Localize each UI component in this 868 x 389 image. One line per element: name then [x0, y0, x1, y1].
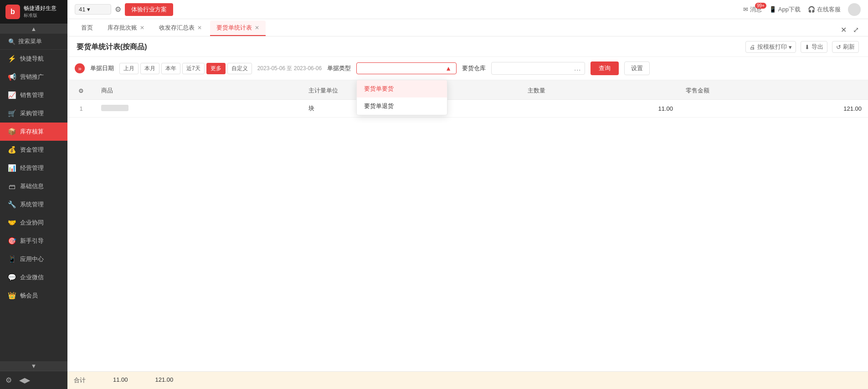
page-content: 要货单统计表(按商品) 🖨 按模板打印 ▾ ⬇ 导出 ↺ 刷新: [67, 36, 868, 389]
tabs-bar: 首页库存批次账✕收发存汇总表✕要货单统计表✕ ✕ ⤢: [67, 19, 868, 36]
tab-batch[interactable]: 库存批次账✕: [101, 20, 151, 36]
sidebar-search-label: 搜索菜单: [18, 37, 42, 46]
warehouse-input-field[interactable]: [495, 65, 572, 72]
topbar-left: 41 ▾ ⚙ 体验行业方案: [75, 3, 738, 16]
print-btn[interactable]: 🖨 按模板打印 ▾: [745, 41, 796, 53]
sidebar-item-wechat[interactable]: 💬企业微信: [0, 268, 67, 287]
marketing-icon: 📢: [7, 72, 16, 82]
table-container: ⚙ 商品 主计量单位 主数量 零售金额 1 块 11.00 121.00: [67, 82, 868, 371]
basic-icon: 🗃: [7, 182, 16, 191]
close-tab-btn[interactable]: ✕: [839, 24, 848, 36]
guide-icon: 🎯: [7, 236, 16, 246]
cell-seq: 1: [67, 100, 95, 118]
online-service-btn[interactable]: 🎧 在线客服: [808, 5, 841, 14]
export-btn[interactable]: ⬇ 导出: [801, 41, 827, 53]
message-icon: ✉: [743, 6, 748, 13]
sidebar-item-purchase[interactable]: 🛒采购管理: [0, 104, 67, 123]
print-icon: 🖨: [750, 44, 755, 51]
tabs-actions: ✕ ⤢: [839, 24, 861, 36]
sidebar-item-quick[interactable]: ⚡快捷导航: [0, 50, 67, 68]
page-header: 要货单统计表(按商品) 🖨 按模板打印 ▾ ⬇ 导出 ↺ 刷新: [67, 36, 868, 57]
sidebar-item-label-purchase: 采购管理: [20, 109, 44, 118]
type-filter-wrapper: ▲ 要货单要货要货单退货: [356, 62, 457, 74]
date-btn-up[interactable]: 上月: [119, 63, 139, 74]
sidebar-item-sales[interactable]: 📈销售管理: [0, 86, 67, 104]
tab-label-requisition: 要货单统计表: [216, 24, 252, 32]
table-header-row: ⚙ 商品 主计量单位 主数量 零售金额: [67, 82, 868, 100]
sidebar-search[interactable]: 🔍 搜索菜单: [0, 34, 67, 50]
messages-badge: 99+: [755, 3, 766, 9]
type-dropdown: 要货单要货要货单退货: [356, 80, 447, 115]
sidebar-item-system[interactable]: 🔧系统管理: [0, 195, 67, 214]
date-btn-7days[interactable]: 近7天: [182, 63, 205, 74]
collapse-icon: »: [78, 65, 81, 72]
industry-btn[interactable]: 体验行业方案: [125, 3, 173, 16]
system-icon: 🔧: [7, 200, 16, 209]
app-name: 畅捷通好生意: [24, 5, 56, 12]
query-btn[interactable]: 查询: [591, 61, 619, 75]
date-btn-cur[interactable]: 本月: [140, 63, 159, 74]
sidebar-logo: b 畅捷通好生意 标准版: [0, 0, 67, 24]
dropdown-option-req_return[interactable]: 要货单退货: [357, 97, 447, 115]
type-filter-select[interactable]: ▲: [356, 62, 457, 74]
refresh-btn[interactable]: ↺ 刷新: [832, 41, 859, 53]
sidebar-item-inventory[interactable]: 📦库存核算: [0, 123, 67, 141]
type-filter-label: 单据类型: [327, 64, 351, 72]
sidebar-item-basic[interactable]: 🗃基础信息: [0, 177, 67, 195]
date-btn-more[interactable]: 更多: [206, 63, 226, 74]
sidebar-item-operations[interactable]: 📊经营管理: [0, 159, 67, 177]
enterprise-icon: 🤝: [7, 218, 16, 227]
refresh-label: 刷新: [843, 43, 855, 51]
app-logo-icon: b: [5, 5, 20, 19]
sidebar-item-enterprise[interactable]: 🤝企业协同: [0, 214, 67, 232]
operations-icon: 📊: [7, 164, 16, 173]
sidebar-settings-icon[interactable]: ⚙: [5, 376, 12, 384]
type-chevron-up-icon: ▲: [445, 65, 452, 72]
tab-close-batch[interactable]: ✕: [140, 25, 144, 31]
sidebar-item-label-operations: 经营管理: [20, 164, 44, 172]
settings-btn[interactable]: 设置: [624, 61, 650, 75]
app-download-btn[interactable]: 📱 App下载: [769, 5, 801, 14]
tab-receipt[interactable]: 收发存汇总表✕: [153, 20, 208, 36]
filter-collapse-btn[interactable]: »: [75, 63, 85, 73]
sidebar-item-label-sales: 销售管理: [20, 91, 44, 99]
sidebar-item-finance[interactable]: 💰资金管理: [0, 141, 67, 159]
sidebar-item-label-wechat: 企业微信: [20, 273, 44, 282]
sidebar-scroll-up[interactable]: ▲: [0, 24, 67, 34]
tab-close-requisition[interactable]: ✕: [255, 25, 259, 31]
sidebar-item-member[interactable]: 👑畅会员: [0, 287, 67, 305]
type-filter-input[interactable]: [361, 65, 445, 72]
tab-home[interactable]: 首页: [75, 20, 99, 36]
sidebar-item-guide[interactable]: 🎯新手引导: [0, 232, 67, 250]
main-content: 41 ▾ ⚙ 体验行业方案 ✉ 消息 99+ 📱 App下载 🎧 在线客服: [67, 0, 868, 389]
table-th-product: 商品: [95, 82, 302, 100]
sidebar-item-apps[interactable]: 📱应用中心: [0, 250, 67, 268]
chevron-down-icon: ▾: [87, 6, 90, 13]
messages-btn[interactable]: ✉ 消息 99+: [743, 5, 762, 14]
sidebar-collapse-icon[interactable]: ◀▶: [19, 376, 30, 384]
sidebar-nav: ⚡快捷导航📢营销推广📈销售管理🛒采购管理📦库存核算💰资金管理📊经营管理🗃基础信息…: [0, 50, 67, 361]
tab-requisition[interactable]: 要货单统计表✕: [210, 20, 266, 36]
app-download-icon: 📱: [769, 6, 776, 13]
sidebar-item-label-inventory: 库存核算: [20, 128, 44, 136]
sidebar-item-marketing[interactable]: 📢营销推广: [0, 68, 67, 86]
footer-qty: 11.00: [113, 376, 128, 384]
tab-close-receipt[interactable]: ✕: [197, 25, 202, 31]
date-filter-label: 单据日期: [90, 64, 114, 72]
company-selector[interactable]: 41 ▾: [75, 4, 111, 15]
table-th-settings[interactable]: ⚙: [67, 82, 95, 100]
dropdown-option-req_order[interactable]: 要货单要货: [357, 80, 447, 97]
warehouse-filter-input[interactable]: …: [491, 62, 585, 75]
date-btn-year[interactable]: 本年: [161, 63, 180, 74]
expand-tab-btn[interactable]: ⤢: [851, 24, 861, 36]
topbar-settings-icon[interactable]: ⚙: [115, 5, 121, 14]
avatar[interactable]: [848, 3, 861, 16]
app-version: 标准版: [24, 12, 56, 19]
more-options-icon[interactable]: …: [574, 64, 581, 72]
wechat-icon: 💬: [7, 273, 16, 282]
footer-amount: 121.00: [155, 376, 174, 384]
sidebar-scroll-down[interactable]: ▼: [0, 361, 67, 371]
refresh-icon: ↺: [836, 44, 841, 51]
table-th-amount: 零售金额: [679, 82, 868, 100]
date-btn-custom[interactable]: 自定义: [227, 63, 252, 74]
